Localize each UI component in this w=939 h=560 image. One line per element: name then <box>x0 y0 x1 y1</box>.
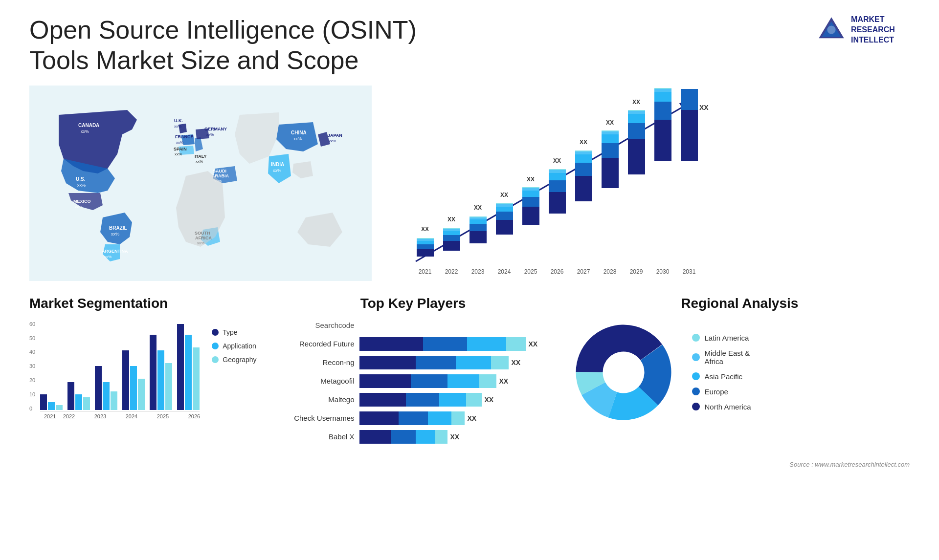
svg-rect-60 <box>496 212 513 220</box>
logo-area: MARKETRESEARCHINTELLECT <box>802 15 910 45</box>
player-bar-metagoofil: XX <box>359 374 550 388</box>
svg-rect-107 <box>681 110 698 161</box>
svg-text:xx%: xx% <box>111 232 119 237</box>
seg-bar-geo-2026 <box>193 347 200 410</box>
seg-bar-geo-2024 <box>138 379 145 410</box>
svg-rect-59 <box>496 220 513 235</box>
seg-bar-type-2022 <box>67 382 74 410</box>
seg-bar-type-2021 <box>40 394 47 410</box>
svg-rect-108 <box>681 89 698 110</box>
donut-container <box>570 319 677 426</box>
svg-text:2023: 2023 <box>471 268 485 275</box>
svg-rect-47 <box>443 231 460 235</box>
svg-rect-38 <box>417 249 434 257</box>
svg-rect-68 <box>522 191 539 197</box>
svg-rect-80 <box>575 176 592 201</box>
svg-rect-81 <box>575 163 592 176</box>
svg-rect-55 <box>470 217 487 219</box>
player-row-recorded-future: Recorded Future XX <box>276 337 550 351</box>
svg-rect-61 <box>496 207 513 212</box>
svg-text:xx%: xx% <box>77 183 86 188</box>
svg-text:2021: 2021 <box>419 268 432 275</box>
logo-text: MARKETRESEARCHINTELLECT <box>851 15 895 45</box>
svg-text:xx%: xx% <box>329 139 336 143</box>
svg-rect-82 <box>575 154 592 163</box>
svg-text:xx%: xx% <box>196 159 203 164</box>
svg-rect-104 <box>654 89 671 92</box>
svg-rect-95 <box>628 123 645 139</box>
svg-text:ARGENTINA: ARGENTINA <box>102 249 128 254</box>
page-title: Open Source Intelligence (OSINT) Tools M… <box>29 15 470 76</box>
legend-label-middle-east: Middle East &Africa <box>705 349 750 366</box>
legend-label-europe: Europe <box>705 388 728 396</box>
svg-text:2028: 2028 <box>604 268 617 275</box>
svg-text:XX: XX <box>500 192 508 198</box>
seg-legend-label-geography: Geography <box>223 356 256 364</box>
svg-text:XX: XX <box>527 176 535 183</box>
svg-text:xx%: xx% <box>75 205 82 209</box>
map-section: CANADA xx% U.S. xx% MEXICO xx% BRAZIL xx… <box>29 86 372 281</box>
header: Open Source Intelligence (OSINT) Tools M… <box>0 0 939 81</box>
player-bar-recorded-future: XX <box>359 337 550 351</box>
player-value-babel-x: XX <box>450 433 460 441</box>
seg-bar-app-2024 <box>130 366 137 410</box>
svg-rect-90 <box>602 131 619 134</box>
svg-text:GERMANY: GERMANY <box>204 127 227 131</box>
svg-text:CANADA: CANADA <box>78 123 99 128</box>
players-section: Top Key Players Searchcode Recorded Futu… <box>276 296 550 449</box>
svg-rect-63 <box>496 203 513 204</box>
seg-legend-type: Type <box>212 328 256 336</box>
svg-text:xx%: xx% <box>206 132 214 137</box>
svg-point-2 <box>827 26 836 34</box>
svg-text:INDIA: INDIA <box>271 162 284 167</box>
svg-text:xx%: xx% <box>176 140 183 145</box>
seg-bar-geo-2021 <box>56 405 63 410</box>
svg-rect-84 <box>575 151 592 151</box>
svg-rect-48 <box>443 229 460 231</box>
seg-bar-app-2021 <box>48 402 55 410</box>
svg-rect-87 <box>602 158 619 188</box>
svg-rect-70 <box>522 187 539 188</box>
svg-rect-46 <box>443 235 460 241</box>
bar-chart-wrapper: XX 2021 XX 2022 XX 2023 <box>391 86 910 281</box>
svg-rect-96 <box>628 114 645 123</box>
legend-dot-europe <box>692 388 700 395</box>
svg-rect-89 <box>602 134 619 143</box>
svg-text:JAPAN: JAPAN <box>328 133 342 138</box>
player-row-babel-x: Babel X XX <box>276 430 550 444</box>
svg-text:BRAZIL: BRAZIL <box>109 225 127 231</box>
svg-rect-67 <box>522 197 539 207</box>
player-bar-recon-ng: XX <box>359 356 550 369</box>
bar-chart-section: XX 2021 XX 2022 XX 2023 <box>391 86 910 281</box>
player-row-maltego: Maltego XX <box>276 393 550 407</box>
svg-rect-54 <box>470 219 487 224</box>
svg-text:XX: XX <box>580 139 587 146</box>
svg-text:2025: 2025 <box>524 268 537 275</box>
svg-text:CHINA: CHINA <box>291 130 307 135</box>
svg-point-116 <box>603 352 644 393</box>
svg-text:FRANCE: FRANCE <box>175 134 194 139</box>
player-name-recorded-future: Recorded Future <box>276 340 355 348</box>
svg-text:SPAIN: SPAIN <box>174 147 187 151</box>
svg-rect-73 <box>549 192 566 214</box>
svg-rect-39 <box>417 244 434 249</box>
segmentation-section: Market Segmentation 60 50 40 30 20 10 0 <box>29 296 257 449</box>
player-name-maltego: Maltego <box>276 395 355 404</box>
svg-rect-83 <box>575 151 592 154</box>
svg-rect-42 <box>417 238 434 239</box>
player-value-recon-ng: XX <box>512 359 521 366</box>
svg-text:xx%: xx% <box>174 124 181 129</box>
svg-rect-45 <box>443 241 460 251</box>
donut-svg <box>570 319 677 426</box>
svg-text:2030: 2030 <box>656 268 670 275</box>
player-value-recorded-future: XX <box>529 340 538 348</box>
player-name-metagoofil: Metagoofil <box>276 377 355 385</box>
svg-text:xx%: xx% <box>81 129 89 134</box>
svg-rect-62 <box>496 204 513 207</box>
svg-text:XX: XX <box>553 157 561 164</box>
legend-item-europe: Europe <box>692 388 751 396</box>
svg-rect-56 <box>470 216 487 217</box>
svg-rect-40 <box>417 241 434 244</box>
player-bar-babel-x: XX <box>359 430 550 444</box>
svg-text:xx%: xx% <box>273 168 281 173</box>
